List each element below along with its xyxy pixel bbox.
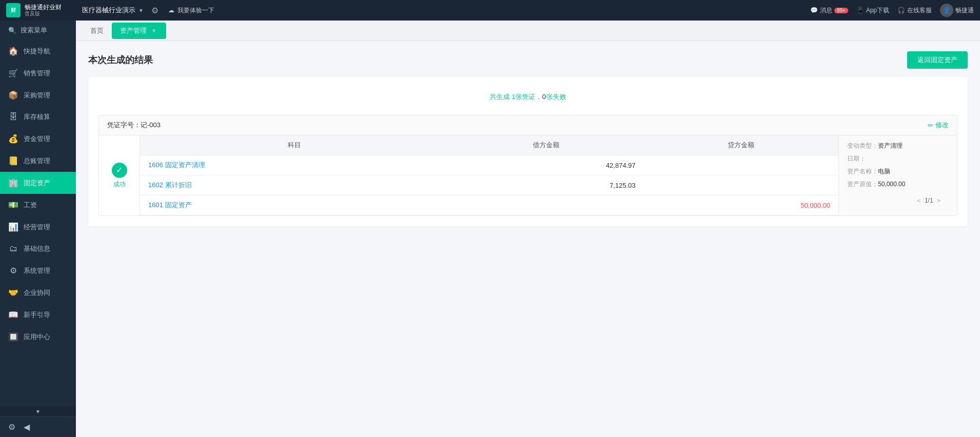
ledger-icon: 📒 [8, 156, 18, 166]
pagination: < 1/1 > [847, 193, 949, 208]
col-credit-header: 贷方金额 [644, 135, 838, 155]
salary-icon: 💵 [8, 200, 18, 210]
company-dropdown-icon: ▼ [138, 8, 144, 13]
logo-main-text: 畅捷通好业财 [25, 4, 62, 11]
message-badge: 99+ [834, 8, 848, 13]
tab-close-icon[interactable]: × [150, 27, 158, 35]
sidebar-item-funds-label: 资金管理 [24, 134, 50, 144]
sidebar-search[interactable]: 🔍 搜索菜单 [0, 21, 76, 40]
sidebar-item-apps[interactable]: 🔲 应用中心 [0, 326, 76, 348]
sidebar-scroll-down[interactable]: ▼ [0, 406, 76, 416]
date-label: 日期： [847, 154, 878, 163]
sidebar-item-operations-label: 经营管理 [24, 223, 50, 232]
guide-icon: 📖 [8, 310, 18, 320]
sidebar-item-fixed-assets-label: 固定资产 [24, 178, 50, 188]
sidebar-item-operations[interactable]: 📊 经营管理 [0, 216, 76, 238]
voucher-table: 科目 借方金额 贷方金额 1606 固定资产清理 42,874.97 [140, 135, 839, 215]
tab-asset-management-label: 资产管理 [120, 26, 147, 35]
company-name: 医疗器械行业演示 [82, 6, 135, 15]
tab-home-label: 首页 [90, 26, 104, 35]
row1-credit [644, 155, 838, 175]
row3-debit [449, 195, 644, 215]
success-column: ✓ 成功 [99, 135, 140, 215]
sidebar-item-system-label: 系统管理 [24, 266, 50, 275]
sidebar-collapse-btn[interactable]: ◀ [24, 422, 30, 432]
service-icon: 🎧 [897, 7, 905, 14]
logo: 财 畅捷通好业财 普及版 [6, 3, 78, 17]
sidebar: 🔍 搜索菜单 🏠 快捷导航 🛒 销售管理 📦 采购管理 🗄 库存核算 💰 [0, 21, 76, 437]
inventory-icon: 🗄 [8, 112, 18, 122]
sidebar-item-funds[interactable]: 💰 资金管理 [0, 128, 76, 150]
tab-home[interactable]: 首页 [82, 23, 112, 39]
voucher-header: 凭证字号：记-003 ✏ 修改 [99, 115, 957, 135]
page-content: 本次生成的结果 返回固定资产 共生成 1张凭证，0张失败 凭证字号：记-003 … [76, 41, 980, 437]
asset-name-row: 资产名称： 电脑 [847, 167, 949, 176]
row1-debit: 42,874.97 [449, 155, 644, 175]
purchase-icon: 📦 [8, 90, 18, 100]
sidebar-item-enterprise-label: 企业协同 [24, 288, 50, 297]
result-summary: 共生成 1张凭证，0张失败 [98, 87, 957, 107]
apps-icon: 🔲 [8, 332, 18, 342]
sidebar-item-system[interactable]: ⚙ 系统管理 [0, 260, 76, 282]
voucher-body: ✓ 成功 科目 借方金额 贷方金额 [99, 135, 957, 215]
trial-button[interactable]: ☁ 我要体验一下 [162, 4, 221, 17]
row1-subject: 1606 固定资产清理 [140, 155, 449, 175]
settings-button[interactable]: ⚙ [148, 3, 162, 17]
sidebar-item-ledger-label: 总账管理 [24, 156, 50, 166]
edit-label: 修改 [935, 121, 949, 130]
sidebar-item-fixed-assets[interactable]: 🏢 固定资产 [0, 172, 76, 194]
row2-subject: 1602 累计折旧 [140, 175, 449, 195]
system-icon: ⚙ [8, 266, 18, 275]
sidebar-item-ledger[interactable]: 📒 总账管理 [0, 150, 76, 172]
operations-icon: 📊 [8, 222, 18, 232]
tab-asset-management[interactable]: 资产管理 × [112, 23, 166, 39]
header-right: 💬 消息 99+ 📱 App下载 🎧 在线客服 👤 畅捷通 [810, 4, 974, 17]
success-text: 成功 [113, 180, 126, 189]
message-action[interactable]: 💬 消息 99+ [810, 6, 848, 15]
return-button[interactable]: 返回固定资产 [907, 51, 968, 69]
sidebar-item-quick-nav[interactable]: 🏠 快捷导航 [0, 40, 76, 62]
sidebar-scroll: 🔍 搜索菜单 🏠 快捷导航 🛒 销售管理 📦 采购管理 🗄 库存核算 💰 [0, 21, 76, 406]
cloud-icon: ☁ [168, 7, 174, 14]
sidebar-item-enterprise[interactable]: 🤝 企业协同 [0, 282, 76, 304]
quick-nav-icon: 🏠 [8, 46, 18, 56]
page-header: 本次生成的结果 返回固定资产 [88, 51, 968, 69]
app-label: App下载 [866, 6, 889, 15]
app-download-action[interactable]: 📱 App下载 [856, 6, 889, 15]
change-type-row: 变动类型： 资产清理 [847, 142, 949, 150]
voucher-card: 凭证字号：记-003 ✏ 修改 ✓ 成功 [98, 115, 957, 216]
page-info: 1/1 [925, 197, 933, 204]
sidebar-item-apps-label: 应用中心 [24, 332, 50, 342]
main-layout: 🔍 搜索菜单 🏠 快捷导航 🛒 销售管理 📦 采购管理 🗄 库存核算 💰 [0, 21, 980, 437]
sidebar-settings-btn[interactable]: ⚙ [8, 422, 15, 432]
sidebar-item-sales-label: 销售管理 [24, 69, 50, 78]
sidebar-item-salary[interactable]: 💵 工资 [0, 194, 76, 216]
result-section: 共生成 1张凭证，0张失败 凭证字号：记-003 ✏ 修改 [88, 77, 968, 226]
logo-sub-text: 普及版 [25, 11, 62, 17]
sidebar-item-basic-info[interactable]: 🗂 基础信息 [0, 238, 76, 260]
sidebar-item-inventory[interactable]: 🗄 库存核算 [0, 106, 76, 128]
sidebar-bottom: ⚙ ◀ [0, 416, 76, 437]
tab-bar: 首页 资产管理 × [76, 21, 980, 41]
prev-page-btn[interactable]: < [917, 197, 920, 204]
next-page-btn[interactable]: > [937, 197, 941, 204]
sidebar-item-purchase[interactable]: 📦 采购管理 [0, 84, 76, 106]
row3-credit: 50,000.00 [644, 195, 838, 215]
sidebar-item-guide[interactable]: 📖 新手引导 [0, 304, 76, 326]
page-title: 本次生成的结果 [88, 54, 153, 66]
table-row: 1601 固定资产 50,000.00 [140, 195, 838, 215]
sidebar-item-guide-label: 新手引导 [24, 310, 50, 320]
sidebar-item-quick-nav-label: 快捷导航 [24, 47, 50, 56]
sidebar-item-basic-info-label: 基础信息 [24, 244, 50, 253]
success-icon: ✓ [112, 163, 127, 178]
message-icon: 💬 [810, 7, 818, 14]
company-selector[interactable]: 医疗器械行业演示 ▼ [78, 4, 148, 17]
online-service-action[interactable]: 🎧 在线客服 [897, 6, 932, 15]
original-value-label: 资产原值： [847, 180, 878, 189]
user-action[interactable]: 👤 畅捷通 [940, 4, 974, 17]
table-row: 1602 累计折旧 7,125.03 [140, 175, 838, 195]
row2-debit: 7,125.03 [449, 175, 644, 195]
sidebar-item-sales[interactable]: 🛒 销售管理 [0, 62, 76, 84]
edit-button[interactable]: ✏ 修改 [928, 121, 949, 130]
change-type-label: 变动类型： [847, 142, 878, 150]
